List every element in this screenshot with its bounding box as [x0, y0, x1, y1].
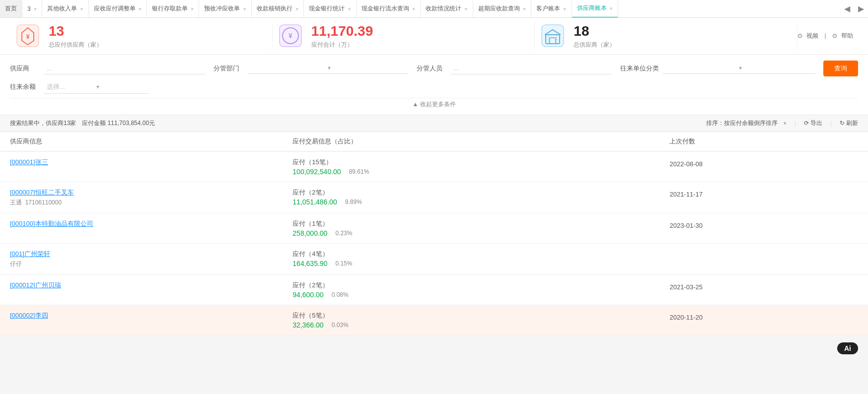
collapse-icon: ▲ — [412, 101, 418, 108]
refresh-icon: ↻ — [840, 120, 845, 127]
nav-tab-customer-ledger-label: 客户账本 — [536, 4, 560, 13]
supplier-link-5[interactable]: [000012]广州贝瑞 — [10, 281, 61, 289]
nav-arrows: ◀ ▶ — [840, 4, 868, 13]
supplier-link-6[interactable]: [000002]李四 — [10, 312, 48, 319]
nav-tab-other-income[interactable]: 其他收入单 × — [42, 0, 88, 18]
transaction-label-2: 应付（2笔） — [292, 188, 669, 197]
nav-tab-advance[interactable]: 预收冲应收单 × — [199, 0, 251, 18]
nav-tab-adjustment-close[interactable]: × — [139, 6, 142, 12]
supplier-info-2: [000007]恒旺二手叉车 王通 17106110000 — [10, 188, 292, 207]
nav-tab-collection[interactable]: 收款核销执行 × — [252, 0, 304, 18]
transaction-detail-4: 应付（4笔） 164,635.90 0.15% — [292, 250, 669, 267]
sort-link[interactable]: 排序：按应付余额倒序排序 — [706, 119, 778, 128]
nav-tab-customer-ledger[interactable]: 客户账本 × — [531, 0, 572, 18]
export-link[interactable]: ⟳ 导出 — [804, 119, 822, 128]
transaction-detail-3: 应付（1笔） 258,000.00 0.23% — [292, 219, 669, 237]
summary-info-payable-amount: 11,170.39 应付合计（万） — [311, 23, 373, 49]
transaction-amount-6[interactable]: 32,366.00 — [292, 321, 323, 329]
category-dropdown-icon: ▾ — [739, 65, 812, 71]
transaction-detail-6: 应付（5笔） 32,366.00 0.03% — [292, 311, 669, 329]
last-payment-date-2: 2021-11-17 — [669, 191, 703, 198]
transaction-percent-5: 0.08% — [332, 291, 349, 298]
supplier-link-1[interactable]: [000001]张三 — [10, 158, 48, 166]
nav-tab-collection-label: 收款核销执行 — [257, 4, 292, 13]
supplier-link-4[interactable]: [001]广州荣轩 — [10, 250, 50, 258]
last-payment-date-1: 2022-08-08 — [669, 160, 703, 168]
last-payment-1: 2022-08-08 — [669, 158, 858, 171]
person-input[interactable] — [450, 63, 612, 74]
nav-tab-bank-deposit[interactable]: 银行存取款单 × — [147, 0, 199, 18]
query-button[interactable]: 查询 — [823, 61, 858, 76]
nav-tab-receipt-stat-close[interactable]: × — [464, 6, 467, 12]
svg-text:¥: ¥ — [26, 33, 30, 40]
nav-tab-cash-flow[interactable]: 现金银行流水查询 × — [357, 0, 421, 18]
refresh-link[interactable]: ↻ 刷新 — [840, 119, 858, 128]
nav-tab-cash-flow-close[interactable]: × — [412, 6, 415, 12]
transaction-amount-2[interactable]: 11,051,486.00 — [292, 198, 337, 206]
nav-tab-adjustment[interactable]: 应收应付调整单 × — [89, 0, 147, 18]
refresh-label: 刷新 — [846, 119, 858, 128]
collapse-bar[interactable]: ▲ 收起更多条件 — [10, 98, 858, 111]
supplier-link-3[interactable]: [000100]本特勤油品有限公司 — [10, 220, 93, 227]
filter-supplier: 供应商 — [10, 63, 206, 74]
nav-tab-supplier-ledger-close[interactable]: × — [610, 5, 613, 11]
result-text-1: 搜索结果中，供应商13家 — [10, 119, 76, 128]
nav-next-arrow[interactable]: ▶ — [854, 4, 868, 13]
table-row: [001]广州荣轩 仔仔 应付（4笔） 164,635.90 0.15% — [0, 244, 868, 275]
balance-select[interactable]: 选择... ▾ — [44, 80, 149, 94]
nav-tab-overdue[interactable]: 超期应收款查询 × — [473, 0, 531, 18]
nav-tab-advance-close[interactable]: × — [243, 6, 246, 12]
supplier-info-3: [000100]本特勤油品有限公司 — [10, 219, 292, 228]
nav-tab-3[interactable]: 3 × — [22, 0, 42, 18]
nav-tab-supplier-ledger[interactable]: 供应商账本 × — [572, 0, 618, 18]
nav-tab-cash-bank-stat-close[interactable]: × — [348, 6, 351, 12]
nav-tab-overdue-close[interactable]: × — [523, 6, 526, 12]
category-select[interactable]: ▾ — [663, 63, 816, 74]
nav-tab-other-income-close[interactable]: × — [80, 6, 83, 12]
transaction-amount-4[interactable]: 164,635.90 — [292, 260, 327, 267]
col-header-transaction: 应付交易信息（占比） — [292, 137, 669, 146]
nav-prev-arrow[interactable]: ◀ — [840, 4, 854, 13]
nav-tab-customer-ledger-close[interactable]: × — [563, 6, 566, 12]
filter-person: 分管人员 — [417, 63, 612, 74]
transaction-label-5: 应付（2笔） — [292, 281, 669, 290]
filter-balance: 往来余额 选择... ▾ — [10, 80, 149, 94]
dept-select[interactable]: ▾ — [247, 63, 409, 74]
transaction-amount-5[interactable]: 94,600.00 — [292, 291, 323, 299]
balance-dropdown-icon: ▾ — [96, 83, 146, 90]
transaction-amount-3[interactable]: 258,000.00 — [292, 229, 327, 237]
help-link[interactable]: 帮助 — [841, 32, 853, 40]
nav-tab-cash-bank-stat[interactable]: 现金银行统计 × — [304, 0, 356, 18]
video-link[interactable]: 视频 — [806, 32, 818, 40]
transaction-percent-3: 0.23% — [335, 230, 352, 237]
transaction-row-6: 32,366.00 0.03% — [292, 321, 669, 329]
col-header-last-payment: 上次付数 — [669, 137, 858, 146]
total-suppliers-icon — [540, 23, 566, 49]
data-table: 供应商信息 应付交易信息（占比） 上次付数 [000001]张三 应付（15笔）… — [0, 132, 868, 335]
nav-tab-collection-close[interactable]: × — [295, 6, 298, 12]
summary-card-payable-amount: ¥ 11,170.39 应付合计（万） — [273, 23, 535, 49]
nav-tab-advance-label: 预收冲应收单 — [204, 4, 240, 13]
nav-tab-home[interactable]: 首页 — [0, 0, 22, 18]
transaction-row-2: 11,051,486.00 9.89% — [292, 198, 669, 206]
transaction-row-4: 164,635.90 0.15% — [292, 260, 669, 267]
nav-tab-bank-deposit-close[interactable]: × — [191, 6, 194, 12]
category-label: 往来单位分类 — [620, 64, 659, 73]
total-suppliers-number: 18 — [574, 23, 615, 40]
nav-tab-cash-flow-label: 现金银行流水查询 — [362, 4, 409, 13]
transaction-info-3: 应付（1笔） 258,000.00 0.23% — [292, 219, 669, 237]
transaction-amount-1[interactable]: 100,092,540.00 — [292, 168, 341, 176]
col-header-supplier-info: 供应商信息 — [10, 137, 292, 146]
supplier-link-2[interactable]: [000007]恒旺二手叉车 — [10, 189, 74, 196]
payable-suppliers-label: 总应付供应商（家） — [49, 41, 102, 49]
divider1: | — [795, 120, 796, 127]
supplier-input[interactable] — [44, 63, 206, 74]
filter-dept: 分管部门 ▾ — [214, 63, 409, 74]
transaction-percent-2: 9.89% — [345, 198, 362, 205]
nav-tab-3-close[interactable]: × — [34, 6, 37, 12]
nav-tab-receipt-stat[interactable]: 收款情况统计 × — [421, 0, 473, 18]
supplier-label: 供应商 — [10, 64, 40, 73]
last-payment-date-3: 2023-01-30 — [669, 222, 703, 229]
dept-label: 分管部门 — [214, 64, 243, 73]
result-text-2: 应付金额 111,703,854.00元 — [82, 119, 155, 128]
